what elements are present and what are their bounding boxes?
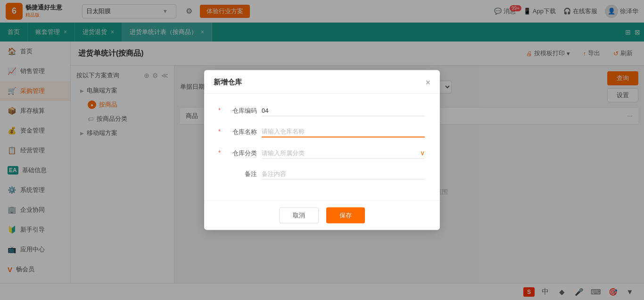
dialog-title: 新增仓库 (214, 78, 242, 87)
category-chevron-icon[interactable]: ∨ (420, 149, 425, 157)
form-row-category: 仓库分类 ∨ (219, 147, 425, 159)
form-row-remark: 备注 (219, 168, 425, 180)
category-select-wrap: ∨ (262, 147, 425, 159)
dialog-header: 新增仓库 × (204, 70, 440, 94)
category-label: 仓库分类 (219, 149, 262, 157)
dialog-body: 仓库编码 仓库名称 仓库分类 ∨ 备注 (204, 94, 440, 200)
save-button[interactable]: 保存 (326, 208, 365, 224)
new-warehouse-dialog: 新增仓库 × 仓库编码 仓库名称 仓库分类 ∨ 备注 取消 保存 (204, 70, 440, 230)
category-input[interactable] (262, 149, 420, 156)
dialog-close-icon[interactable]: × (425, 78, 430, 86)
dialog-footer: 取消 保存 (204, 200, 440, 230)
remark-input[interactable] (262, 168, 425, 180)
code-label: 仓库编码 (219, 107, 262, 115)
form-row-name: 仓库名称 (219, 126, 425, 138)
name-label: 仓库名称 (219, 127, 262, 136)
form-row-code: 仓库编码 (219, 105, 425, 117)
remark-label: 备注 (219, 170, 262, 178)
cancel-button[interactable]: 取消 (279, 208, 319, 224)
name-input[interactable] (262, 126, 425, 138)
code-input[interactable] (262, 105, 425, 117)
